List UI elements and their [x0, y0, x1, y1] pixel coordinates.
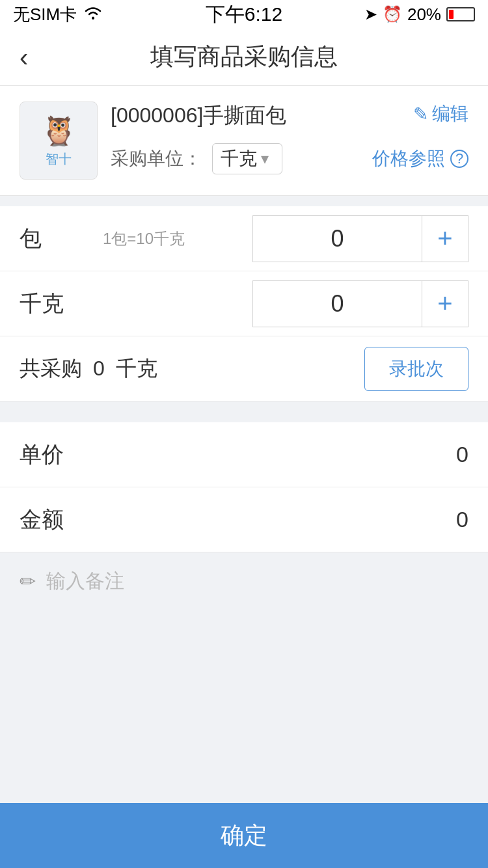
product-image-label: 智十 [46, 150, 72, 168]
amount-label: 金额 [20, 505, 64, 535]
location-icon: ➤ [364, 5, 377, 23]
record-batch-button[interactable]: 录批次 [364, 347, 468, 391]
price-ref-question-icon: ? [450, 150, 468, 168]
bao-value: 0 [331, 225, 344, 252]
bao-input-right: 0 + [252, 215, 468, 262]
detail-section: 单价 0 金额 0 [0, 422, 488, 552]
bottom-area [0, 610, 488, 806]
product-name: [0000006]手撕面包 [111, 102, 286, 130]
kg-number-input[interactable]: 0 [252, 280, 422, 327]
edit-label: 编辑 [432, 102, 468, 126]
price-row: 单价 0 [0, 422, 488, 487]
product-owl-icon: 🦉 [41, 114, 77, 148]
amount-value: 0 [456, 507, 468, 532]
confirm-bar[interactable]: 确定 [0, 803, 488, 868]
nav-bar: ‹ 填写商品采购信息 [0, 29, 488, 86]
bao-plus-button[interactable]: + [422, 215, 468, 262]
kg-plus-button[interactable]: + [422, 280, 468, 327]
amount-row: 金额 0 [0, 487, 488, 552]
divider-2 [0, 401, 488, 412]
bao-input-row: 包 1包=10千克 0 + [0, 206, 488, 271]
unit-value: 千克 [221, 146, 257, 171]
remark-section[interactable]: ✏ 输入备注 [0, 552, 488, 610]
battery-percent: 20% [407, 5, 441, 25]
bao-sublabel: 1包=10千克 [103, 228, 185, 249]
unit-drop-arrow: ▾ [261, 150, 269, 168]
product-header: [0000006]手撕面包 ✎ 编辑 [111, 102, 468, 130]
alarm-icon: ⏰ [383, 5, 402, 23]
product-unit-row: 采购单位： 千克 ▾ 价格参照 ? [111, 143, 468, 174]
kg-input-right: 0 + [252, 280, 468, 327]
sim-text: 无SIM卡 [13, 3, 77, 26]
page-title: 填写商品采购信息 [150, 41, 338, 73]
status-right: ➤ ⏰ 20% [364, 5, 475, 25]
price-value: 0 [456, 442, 468, 467]
product-image: 🦉 智十 [20, 102, 98, 180]
price-ref-label: 价格参照 [372, 146, 445, 171]
kg-label: 千克 [20, 289, 98, 319]
summary-row: 共采购 0 千克 录批次 [0, 336, 488, 401]
divider-1 [0, 196, 488, 206]
svg-point-0 [92, 17, 94, 20]
status-time: 下午6:12 [206, 1, 282, 28]
remark-input[interactable]: 输入备注 [46, 568, 124, 595]
back-button[interactable]: ‹ [20, 44, 28, 70]
input-section: 包 1包=10千克 0 + 千克 0 + [0, 206, 488, 336]
wifi-icon [83, 5, 103, 25]
product-card: 🦉 智十 [0000006]手撕面包 ✎ 编辑 采购单位： 千克 ▾ 价格参照 … [0, 86, 488, 196]
unit-select[interactable]: 千克 ▾ [212, 143, 282, 174]
bao-label: 包 [20, 224, 98, 254]
confirm-button-label: 确定 [221, 820, 267, 852]
status-bar: 无SIM卡 下午6:12 ➤ ⏰ 20% [0, 0, 488, 29]
product-info: [0000006]手撕面包 ✎ 编辑 采购单位： 千克 ▾ 价格参照 ? [111, 102, 468, 174]
price-label: 单价 [20, 440, 64, 470]
unit-label: 采购单位： [111, 146, 202, 171]
kg-value: 0 [331, 290, 344, 318]
price-ref-button[interactable]: 价格参照 ? [372, 146, 468, 171]
status-left: 无SIM卡 [13, 3, 103, 26]
battery-icon [446, 7, 475, 21]
summary-text: 共采购 0 千克 [20, 355, 157, 383]
bao-number-input[interactable]: 0 [252, 215, 422, 262]
edit-button[interactable]: ✎ 编辑 [413, 102, 468, 126]
pencil-icon: ✏ [20, 570, 36, 593]
kg-input-row: 千克 0 + [0, 271, 488, 336]
edit-icon: ✎ [413, 103, 428, 125]
